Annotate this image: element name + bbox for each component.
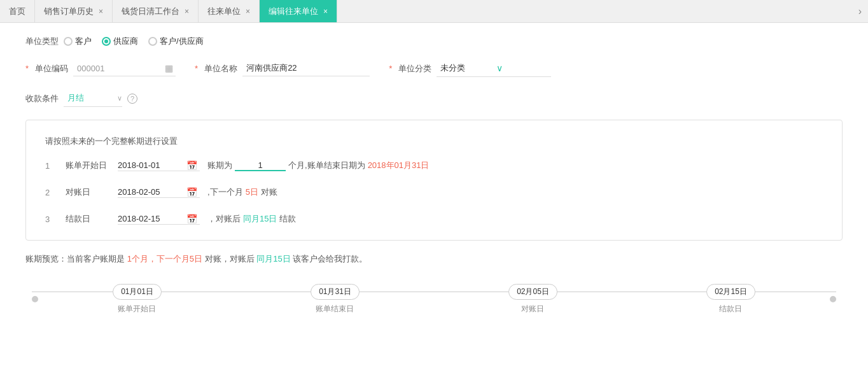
timeline-bubble-4: 02月15日 bbox=[706, 284, 755, 300]
payment-terms-select[interactable]: 月结 ∨ bbox=[64, 90, 122, 107]
row-2-prefix: ,下一个月 bbox=[207, 186, 243, 198]
unit-category-select[interactable]: 未分类 ∨ bbox=[437, 60, 551, 77]
unit-code-star: * bbox=[25, 64, 29, 73]
preview-suffix: 该客户会给我打款。 bbox=[293, 254, 367, 264]
radio-supplier[interactable]: 供应商 bbox=[102, 36, 138, 47]
preview-reconcile: 下一个月5日 bbox=[157, 254, 202, 264]
close-partner-icon[interactable]: × bbox=[246, 7, 250, 16]
settings-panel: 请按照未来的一个完整帐期进行设置 1 账单开始日 📅 账期为 个月,账单结束日期… bbox=[25, 120, 843, 241]
row-3-suffix: ，对账后 同月15日 结款 bbox=[207, 213, 296, 225]
payment-terms-row: 收款条件 月结 ∨ ? bbox=[25, 90, 843, 107]
row-1-period-label: 账期为 bbox=[207, 160, 232, 171]
timeline-container: 01月01日 账单开始日 01月31日 账单结束日 02月05日 对账日 02月… bbox=[32, 284, 836, 314]
tab-sales-history-label: 销售订单历史 bbox=[44, 6, 94, 17]
unit-category-group: * 单位分类 未分类 ∨ bbox=[389, 60, 551, 77]
unit-category-star: * bbox=[389, 64, 392, 73]
payment-terms-label: 收款条件 bbox=[25, 93, 59, 104]
row-1-suffix: 账期为 个月,账单结束日期为 2018年01月31日 bbox=[207, 160, 429, 171]
timeline: 01月01日 账单开始日 01月31日 账单结束日 02月05日 对账日 02月… bbox=[32, 284, 836, 314]
timeline-bubble-1: 01月01日 bbox=[113, 284, 162, 300]
row-1-period-input[interactable] bbox=[235, 160, 286, 171]
row-2-date-field[interactable] bbox=[118, 187, 181, 197]
panel-row-3: 3 结款日 📅 ，对账后 同月15日 结款 bbox=[45, 213, 823, 225]
panel-title: 请按照未来的一个完整帐期进行设置 bbox=[45, 136, 823, 147]
panel-row-1: 1 账单开始日 📅 账期为 个月,账单结束日期为 2018年01月31日 bbox=[45, 160, 823, 171]
close-sales-history-icon[interactable]: × bbox=[99, 7, 103, 16]
timeline-label-1: 账单开始日 bbox=[118, 304, 156, 314]
timeline-label-2: 账单结束日 bbox=[316, 304, 354, 314]
unit-type-row: 单位类型 客户 供应商 客户/供应商 bbox=[25, 36, 843, 47]
row-3-num: 3 bbox=[45, 215, 58, 224]
tab-partner-label: 往来单位 bbox=[207, 6, 241, 17]
timeline-point-4: 02月15日 结款日 bbox=[706, 284, 755, 314]
row-1-date-field[interactable] bbox=[118, 160, 181, 170]
radio-both[interactable]: 客户/供应商 bbox=[148, 36, 204, 47]
row-3-highlight: 同月15日 bbox=[243, 213, 277, 225]
close-edit-partner-icon[interactable]: × bbox=[323, 7, 328, 16]
row-2-label: 对账日 bbox=[66, 186, 110, 198]
payment-terms-arrow-icon: ∨ bbox=[117, 94, 122, 102]
unit-type-label: 单位类型 bbox=[25, 36, 59, 47]
close-cashflow-icon[interactable]: × bbox=[185, 7, 189, 16]
unit-info-row: * 单位编码 ▦ * 单位名称 * 单位分类 未分类 ∨ bbox=[25, 60, 843, 77]
tab-partner[interactable]: 往来单位 × bbox=[199, 0, 260, 22]
radio-group: 客户 供应商 客户/供应商 bbox=[64, 36, 204, 47]
row-1-calendar-icon[interactable]: 📅 bbox=[184, 160, 200, 171]
unit-category-value: 未分类 bbox=[440, 62, 491, 74]
row-3-calendar-icon[interactable]: 📅 bbox=[184, 214, 200, 224]
row-2-suffix: ,下一个月5日 对账 bbox=[207, 186, 277, 198]
unit-code-label: 单位编码 bbox=[35, 63, 68, 74]
tab-expand-button[interactable]: › bbox=[852, 0, 868, 22]
radio-customer[interactable]: 客户 bbox=[64, 36, 92, 47]
row-3-date-input: 📅 bbox=[118, 214, 200, 225]
unit-category-label: 单位分类 bbox=[398, 63, 431, 74]
timeline-start-dot bbox=[32, 296, 38, 302]
row-1-end-date: 2018年01月31日 bbox=[368, 160, 430, 171]
preview-section: 账期预览：当前客户账期是 1个月，下一个月5日 对账，对账后 同月15日 该客户… bbox=[25, 253, 843, 265]
tab-edit-partner[interactable]: 编辑往来单位 × bbox=[260, 0, 337, 22]
tab-edit-partner-label: 编辑往来单位 bbox=[269, 6, 318, 17]
row-1-month-label: 个月,账单结束日期为 bbox=[288, 160, 365, 171]
timeline-bubble-3: 02月05日 bbox=[508, 284, 557, 300]
radio-both-label: 客户/供应商 bbox=[160, 36, 204, 47]
timeline-point-2: 01月31日 账单结束日 bbox=[311, 284, 360, 314]
preview-label: 账期预览：当前客户账期是 bbox=[25, 254, 127, 264]
tab-cashflow[interactable]: 钱货日清工作台 × bbox=[113, 0, 199, 22]
unit-name-star: * bbox=[195, 64, 198, 73]
preview-period: 1个月， bbox=[127, 254, 157, 264]
row-1-date-input: 📅 bbox=[118, 160, 200, 171]
main-content: 单位类型 客户 供应商 客户/供应商 * 单位编码 bbox=[0, 23, 868, 387]
unit-category-arrow-icon: ∨ bbox=[496, 63, 547, 73]
panel-row-2: 2 对账日 📅 ,下一个月5日 对账 bbox=[45, 186, 823, 198]
row-2-text: 对账 bbox=[261, 186, 277, 198]
payment-terms-value: 月结 bbox=[64, 90, 115, 106]
radio-both-circle bbox=[148, 37, 157, 46]
row-2-calendar-icon[interactable]: 📅 bbox=[184, 187, 200, 197]
radio-supplier-circle bbox=[102, 37, 111, 46]
row-3-prefix: ，对账后 bbox=[207, 213, 241, 225]
row-3-label: 结款日 bbox=[66, 213, 110, 225]
radio-customer-label: 客户 bbox=[75, 36, 92, 47]
unit-name-label: 单位名称 bbox=[204, 63, 237, 74]
unit-code-input[interactable] bbox=[73, 61, 162, 76]
tabs-bar: 首页 销售订单历史 × 钱货日清工作台 × 往来单位 × 编辑往来单位 × › bbox=[0, 0, 868, 23]
timeline-point-3: 02月05日 对账日 bbox=[508, 284, 557, 314]
preview-payment: 同月15日 bbox=[255, 254, 293, 264]
unit-name-input[interactable] bbox=[242, 61, 370, 76]
help-icon[interactable]: ? bbox=[127, 94, 137, 104]
timeline-points: 01月01日 账单开始日 01月31日 账单结束日 02月05日 对账日 02月… bbox=[38, 284, 830, 314]
unit-name-group: * 单位名称 bbox=[195, 61, 370, 76]
row-2-num: 2 bbox=[45, 188, 58, 197]
unit-code-group: * 单位编码 ▦ bbox=[25, 61, 176, 76]
unit-code-icon[interactable]: ▦ bbox=[162, 63, 176, 73]
row-3-date-field[interactable] bbox=[118, 214, 181, 223]
timeline-end-dot bbox=[830, 296, 836, 302]
tab-home-label: 首页 bbox=[9, 6, 25, 17]
unit-type-group: 单位类型 客户 供应商 客户/供应商 bbox=[25, 36, 204, 47]
tab-home[interactable]: 首页 bbox=[0, 0, 35, 22]
tab-sales-history[interactable]: 销售订单历史 × bbox=[35, 0, 113, 22]
timeline-label-3: 对账日 bbox=[521, 304, 544, 314]
row-3-text: 结款 bbox=[279, 213, 296, 225]
row-2-date-input: 📅 bbox=[118, 187, 200, 198]
timeline-bubble-2: 01月31日 bbox=[311, 284, 360, 300]
